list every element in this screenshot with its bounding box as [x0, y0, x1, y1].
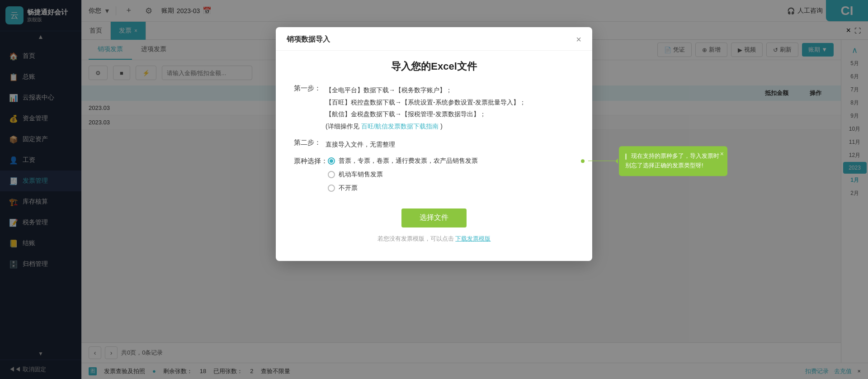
radio-none-label: 不开票: [339, 184, 358, 192]
step1-row: 第一步： 【全电平台】数据下载→【税务数字账户】； 【百旺】税控盘数据下载→【系…: [294, 84, 574, 132]
modal-main-title: 导入您的Excel文件: [294, 60, 574, 73]
step1-line1: 【全电平台】数据下载→【税务数字账户】；: [326, 84, 526, 96]
select-file-button[interactable]: 选择文件: [401, 208, 467, 227]
modal-header: 销项数据导入 ×: [276, 27, 592, 51]
step1-line2: 【百旺】税控盘数据下载→【系统设置-系统参数设置-发票批量导入】；: [326, 96, 526, 109]
select-file-area: 选择文件: [294, 208, 574, 227]
tooltip-accent: [625, 153, 627, 160]
step2-row: 第二步： 直接导入文件，无需整理: [294, 138, 574, 151]
modal-footer-text: 若您没有发票模版，可以点击 下载发票模版: [294, 235, 574, 243]
tooltip-connector: 现在支持的票种多了，导入发票时别忘了选择正确的发票类型呀! ×: [581, 146, 727, 176]
ticket-type-row: 票种选择： 普票，专票，卷票，通行费发票，农产品销售发票 现在支持的票种多了，导…: [294, 157, 574, 198]
radio-motor[interactable]: [328, 171, 335, 178]
radio-none[interactable]: [328, 185, 335, 192]
radio-motor-label: 机动车销售发票: [339, 171, 383, 179]
step1-link-suffix: ): [440, 123, 443, 130]
step1-content: 【全电平台】数据下载→【税务数字账户】； 【百旺】税控盘数据下载→【系统设置-系…: [326, 84, 526, 132]
tooltip-bubble: 现在支持的票种多了，导入发票时别忘了选择正确的发票类型呀! ×: [619, 146, 727, 176]
tooltip-dot: [581, 159, 585, 163]
tooltip-text: 现在支持的票种多了，导入发票时别忘了选择正确的发票类型呀!: [625, 152, 719, 169]
step2-label: 第二步：: [294, 138, 326, 151]
radio-row-normal: 普票，专票，卷票，通行费发票，农产品销售发票 现在支持的票种多了，导入发票时别忘…: [328, 157, 478, 165]
download-template-link[interactable]: 下载发票模版: [455, 235, 491, 242]
radio-normal-label: 普票，专票，卷票，通行费发票，农产品销售发票: [339, 157, 478, 165]
step1-line3: 【航信】金税盘数据下载→【报税管理-发票数据导出】；: [326, 108, 526, 120]
radio-row-none: 不开票: [328, 184, 478, 192]
radio-normal[interactable]: [328, 157, 335, 165]
step1-label: 第一步：: [294, 84, 326, 132]
radio-group: 普票，专票，卷票，通行费发票，农产品销售发票 现在支持的票种多了，导入发票时别忘…: [328, 157, 478, 198]
modal-title: 销项数据导入: [287, 35, 330, 44]
step1-link-prefix: (详细操作见: [326, 123, 359, 130]
import-modal: 销项数据导入 × 导入您的Excel文件 第一步： 【全电平台】数据下载→【税务…: [276, 27, 592, 261]
footer-prefix: 若您没有发票模版，可以点击: [377, 235, 454, 242]
step2-content: 直接导入文件，无需整理: [326, 138, 395, 151]
step1-link-row: (详细操作见 百旺/航信发票数据下载指南 ): [326, 120, 526, 133]
radio-row-motor: 机动车销售发票: [328, 171, 478, 179]
tooltip-line: [588, 161, 615, 161]
modal-body: 导入您的Excel文件 第一步： 【全电平台】数据下载→【税务数字账户】； 【百…: [276, 51, 592, 243]
ticket-label: 票种选择：: [294, 157, 328, 198]
tooltip-close-button[interactable]: ×: [720, 149, 724, 159]
step1-link[interactable]: 百旺/航信发票数据下载指南: [361, 123, 439, 130]
modal-overlay: 销项数据导入 × 导入您的Excel文件 第一步： 【全电平台】数据下载→【税务…: [0, 0, 868, 379]
modal-close-button[interactable]: ×: [576, 34, 581, 45]
